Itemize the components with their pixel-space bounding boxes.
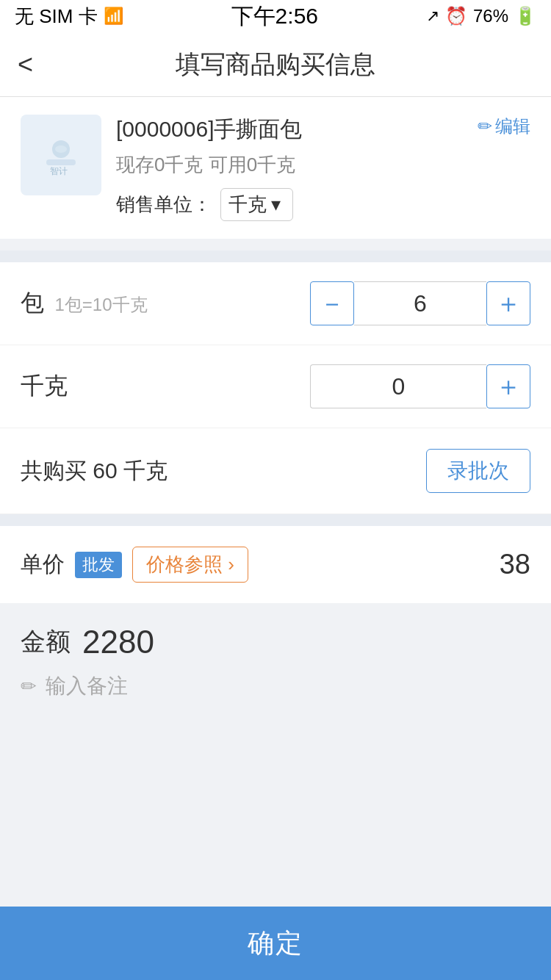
amount-section: 金额 2280 ✏ 输入备注 <box>0 603 551 715</box>
battery-icon: 🔋 <box>514 6 536 26</box>
pack-label-main: 包 <box>21 289 44 316</box>
kg-label-main: 千克 <box>21 372 68 399</box>
pencil-icon: ✏ <box>21 675 37 698</box>
chevron-down-icon: ▾ <box>271 193 281 216</box>
price-badge: 批发 <box>75 552 122 578</box>
main-spacer <box>0 715 551 907</box>
separator-2 <box>0 514 551 526</box>
price-section: 单价 批发 价格参照 › 38 <box>0 526 551 603</box>
svg-text:智计: 智计 <box>50 166 68 176</box>
unit-label: 销售单位： <box>116 192 212 217</box>
total-text: 共购买 60 千克 <box>21 456 168 486</box>
kg-input[interactable] <box>310 364 486 408</box>
price-left: 单价 批发 价格参照 › <box>21 547 248 583</box>
kg-row: 千克 ＋ <box>0 345 551 428</box>
unit-value: 千克 <box>228 192 267 217</box>
kg-plus-button[interactable]: ＋ <box>486 364 530 408</box>
back-button[interactable]: < <box>18 49 33 80</box>
kg-controls: ＋ <box>310 364 530 408</box>
edit-label: 编辑 <box>495 115 530 138</box>
alarm-icon: ⏰ <box>445 6 467 26</box>
product-image: 智计 <box>21 115 101 195</box>
status-right: ↗ ⏰ 76% 🔋 <box>426 6 536 26</box>
price-label: 单价 <box>21 550 65 580</box>
input-section: 包 1包=10千克 － ＋ 千克 ＋ 共购买 60 千克 录批次 <box>0 262 551 514</box>
product-unit-row: 销售单位： 千克 ▾ <box>116 188 530 221</box>
price-value: 38 <box>500 549 530 580</box>
svg-rect-2 <box>46 159 76 165</box>
remark-placeholder: 输入备注 <box>46 672 128 700</box>
edit-button[interactable]: ✏ 编辑 <box>478 115 530 138</box>
amount-label: 金额 <box>21 625 71 659</box>
pack-controls: － ＋ <box>310 281 530 325</box>
pack-label-sub: 1包=10千克 <box>54 295 147 314</box>
pack-label: 包 1包=10千克 <box>21 287 310 320</box>
no-sim-label: 无 SIM 卡 <box>15 4 98 29</box>
status-time: 下午2:56 <box>231 1 318 32</box>
pack-plus-button[interactable]: ＋ <box>486 281 530 325</box>
product-name: [0000006]手撕面包 <box>116 115 302 145</box>
pack-row: 包 1包=10千克 － ＋ <box>0 262 551 345</box>
confirm-button[interactable]: 确定 <box>0 907 551 980</box>
price-ref-button[interactable]: 价格参照 › <box>132 547 248 583</box>
svg-point-1 <box>55 145 67 153</box>
page-title: 填写商品购买信息 <box>176 48 375 82</box>
product-card: 智计 [0000006]手撕面包 ✏ 编辑 现存0千克 可用0千克 销售单位： … <box>0 97 551 239</box>
product-info: [0000006]手撕面包 ✏ 编辑 现存0千克 可用0千克 销售单位： 千克 … <box>116 115 530 221</box>
amount-value: 2280 <box>82 624 154 660</box>
battery-label: 76% <box>473 6 508 26</box>
nav-bar: < 填写商品购买信息 <box>0 32 551 97</box>
wifi-icon: 📶 <box>104 7 123 26</box>
product-stock: 现存0千克 可用0千克 <box>116 152 530 178</box>
kg-label: 千克 <box>21 370 310 403</box>
edit-icon: ✏ <box>478 116 492 137</box>
unit-selector[interactable]: 千克 ▾ <box>220 188 293 221</box>
remark-row[interactable]: ✏ 输入备注 <box>21 672 530 715</box>
pack-minus-button[interactable]: － <box>310 281 354 325</box>
status-bar: 无 SIM 卡 📶 下午2:56 ↗ ⏰ 76% 🔋 <box>0 0 551 32</box>
pack-input[interactable] <box>354 281 486 325</box>
total-row: 共购买 60 千克 录批次 <box>0 428 551 514</box>
status-left: 无 SIM 卡 📶 <box>15 4 123 29</box>
batch-button[interactable]: 录批次 <box>426 449 530 493</box>
separator-1 <box>0 251 551 262</box>
location-icon: ↗ <box>426 7 439 26</box>
amount-row: 金额 2280 <box>21 624 530 660</box>
